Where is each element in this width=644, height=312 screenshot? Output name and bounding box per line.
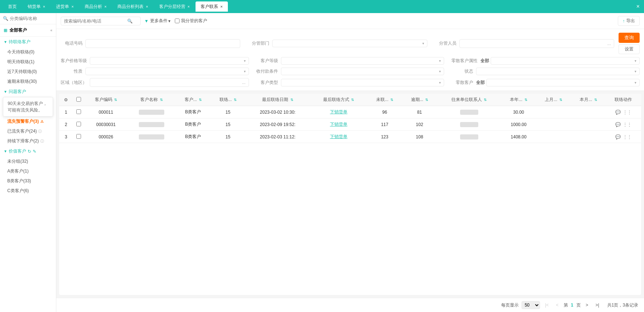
more-actions-icon[interactable]: ⋮⋮ bbox=[623, 110, 632, 115]
customer-type-select[interactable]: ▾ bbox=[281, 79, 444, 86]
close-tab-customer-segment[interactable]: × bbox=[188, 4, 190, 9]
zero-attr-select[interactable]: ▾ bbox=[491, 57, 640, 65]
sort-last-month-icon[interactable]: ⇅ bbox=[559, 98, 562, 102]
sort-current-month-icon[interactable]: ⇅ bbox=[594, 98, 597, 102]
close-window-button[interactable]: × bbox=[636, 3, 640, 10]
refresh-icon[interactable]: ↻ bbox=[28, 149, 31, 154]
sidebar-item-churn-warning[interactable]: 流失预警客户(3) ⚠ bbox=[0, 117, 56, 126]
close-tab-analysis-list[interactable]: × bbox=[146, 4, 148, 9]
table-body: 1 000011 ... B类客户 15 2023-03-02 10:30: 下… bbox=[59, 106, 641, 143]
last-method-link[interactable]: 下销货单 bbox=[330, 122, 347, 127]
contact-icon[interactable]: 💬 bbox=[615, 134, 621, 139]
per-page-select[interactable]: 50 100 200 bbox=[522, 301, 540, 309]
payment-select[interactable]: ▾ bbox=[281, 68, 444, 75]
prev-page-button[interactable]: < bbox=[554, 302, 561, 308]
group-title-value[interactable]: ▼ 价值客户 ↻ ✎ bbox=[0, 146, 56, 157]
sort-linked-contact-icon[interactable]: ⇅ bbox=[484, 98, 487, 102]
filter-price-level: 客户价格等级 ▾ bbox=[61, 57, 249, 65]
sidebar-item-ungrouped[interactable]: 未分组(32) bbox=[0, 157, 56, 166]
sidebar-all-customers[interactable]: ⊞ 全部客户 « bbox=[0, 24, 56, 37]
region-select[interactable]: ... bbox=[90, 78, 249, 87]
sidebar-search-input[interactable] bbox=[10, 16, 53, 21]
row-last-method: 下销货单 bbox=[310, 131, 367, 143]
sidebar-item-class-c[interactable]: C类客户(6) bbox=[0, 186, 56, 196]
manager-more-icon[interactable]: ... bbox=[607, 41, 611, 46]
row-uncontacted: 117 bbox=[367, 118, 402, 131]
filter-toolbar: 🔍 ▼ 更多条件 ▾ 我分管的客户 ↑ 导出 bbox=[56, 13, 644, 29]
sidebar-item-class-a[interactable]: A类客户(1) bbox=[0, 166, 56, 176]
tab-customer-segment[interactable]: 客户分层经营 × bbox=[154, 1, 195, 12]
tab-sales[interactable]: 销货单 × bbox=[23, 1, 50, 12]
main-layout: 🔍 ⊞ 全部客户 « ▼ 待联络客户 今天待联络(0) 明天待联络(1) 近7天… bbox=[0, 13, 644, 312]
row-linked-contact: ... bbox=[437, 131, 501, 143]
price-level-select[interactable]: ▾ bbox=[90, 57, 249, 65]
dept-select[interactable]: ▾ bbox=[272, 40, 427, 47]
sidebar-item-declining[interactable]: 持续下滑客户(2) ⓘ bbox=[0, 136, 56, 146]
select-all-checkbox[interactable] bbox=[76, 97, 81, 102]
sort-current-year-icon[interactable]: ⇅ bbox=[524, 98, 527, 102]
sort-uncontacted-icon[interactable]: ⇅ bbox=[390, 98, 393, 102]
main-search-button[interactable]: 🔍 bbox=[127, 19, 133, 24]
contact-icon[interactable]: 💬 bbox=[615, 110, 621, 115]
row-select-checkbox[interactable] bbox=[76, 122, 81, 126]
last-method-link[interactable]: 下销货单 bbox=[330, 109, 347, 114]
settings-col-header[interactable]: ⚙ bbox=[59, 94, 73, 106]
last-page-button[interactable]: >| bbox=[593, 302, 601, 308]
th-actions: 联络动作 bbox=[606, 94, 641, 106]
tab-home[interactable]: 首页 bbox=[3, 1, 22, 12]
group-title-pending[interactable]: ▼ 待联络客户 bbox=[0, 37, 56, 47]
next-page-button[interactable]: > bbox=[584, 302, 591, 308]
sort-code-icon[interactable]: ⇅ bbox=[114, 98, 117, 102]
query-button[interactable]: 查询 bbox=[619, 33, 640, 43]
row-select-checkbox[interactable] bbox=[76, 134, 81, 139]
sort-overdue-icon[interactable]: ⇅ bbox=[425, 98, 428, 102]
more-actions-icon[interactable]: ⋮⋮ bbox=[623, 134, 632, 139]
close-tab-customer-contact[interactable]: × bbox=[220, 4, 222, 9]
row-overdue: 108 bbox=[402, 131, 437, 143]
row-current-month bbox=[571, 118, 606, 131]
edit-icon[interactable]: ✎ bbox=[33, 149, 36, 154]
sidebar-item-7days[interactable]: 近7天待联络(0) bbox=[0, 67, 56, 77]
close-tab-sales[interactable]: × bbox=[43, 4, 45, 9]
manager-select[interactable]: ... bbox=[459, 39, 614, 48]
row-select-checkbox[interactable] bbox=[76, 109, 81, 114]
tab-analysis[interactable]: 商品分析 × bbox=[80, 1, 112, 12]
nature-select[interactable]: ▾ bbox=[85, 68, 249, 75]
sort-last-date-icon[interactable]: ⇅ bbox=[290, 98, 293, 102]
contact-icon[interactable]: 💬 bbox=[615, 122, 621, 127]
more-conditions-button[interactable]: ▼ 更多条件 ▾ bbox=[144, 18, 170, 24]
tab-purchase[interactable]: 进货单 × bbox=[51, 1, 79, 12]
sidebar-item-today[interactable]: 今天待联络(0) bbox=[0, 47, 56, 57]
phone-input[interactable] bbox=[85, 39, 240, 48]
main-search-input[interactable] bbox=[64, 19, 126, 24]
row-last-date: 2023-03-02 10:30: bbox=[245, 106, 310, 118]
sidebar-item-overdue[interactable]: 逾期未联络(30) bbox=[0, 77, 56, 86]
zero-customer-select[interactable]: ▾ bbox=[486, 79, 640, 86]
close-tab-analysis[interactable]: × bbox=[104, 4, 106, 9]
export-button[interactable]: ↑ 导出 bbox=[618, 16, 640, 26]
my-customers-checkbox[interactable] bbox=[175, 19, 180, 23]
row-code: 00030031 bbox=[84, 118, 128, 131]
sidebar-item-class-b[interactable]: B类客户(33) bbox=[0, 176, 56, 186]
tab-analysis-list[interactable]: 商品分析列表 × bbox=[112, 1, 153, 12]
region-more-icon[interactable]: ... bbox=[242, 80, 246, 85]
first-page-button[interactable]: |< bbox=[543, 302, 551, 308]
settings-button[interactable]: 设置 bbox=[619, 44, 640, 54]
sidebar-item-churned[interactable]: 已流失客户(24) ⓘ bbox=[0, 126, 56, 136]
table-header-row: ⚙ 客户编码 ⇅ 客户名称 ⇅ bbox=[59, 94, 641, 106]
sort-name-icon[interactable]: ⇅ bbox=[160, 98, 163, 102]
more-actions-icon[interactable]: ⋮⋮ bbox=[623, 122, 632, 127]
customer-level-select[interactable]: ▾ bbox=[281, 57, 444, 65]
sort-last-method-icon[interactable]: ⇅ bbox=[351, 98, 354, 102]
action-icons: 💬 ⋮⋮ bbox=[608, 110, 639, 115]
sidebar-item-tomorrow[interactable]: 明天待联络(1) bbox=[0, 57, 56, 67]
sort-type-icon[interactable]: ⇅ bbox=[199, 98, 202, 102]
close-tab-purchase[interactable]: × bbox=[71, 4, 73, 9]
sort-contact-icon[interactable]: ⇅ bbox=[234, 98, 237, 102]
last-method-link[interactable]: 下销货单 bbox=[330, 134, 347, 139]
group-title-problem[interactable]: ▼ 问题客户 bbox=[0, 86, 56, 97]
filter-status: 状态 ▾ bbox=[451, 68, 640, 75]
sidebar-search-box: 🔍 bbox=[0, 13, 56, 24]
status-select[interactable]: ▾ bbox=[476, 68, 640, 75]
tab-customer-contact[interactable]: 客户联系 × bbox=[196, 1, 228, 12]
